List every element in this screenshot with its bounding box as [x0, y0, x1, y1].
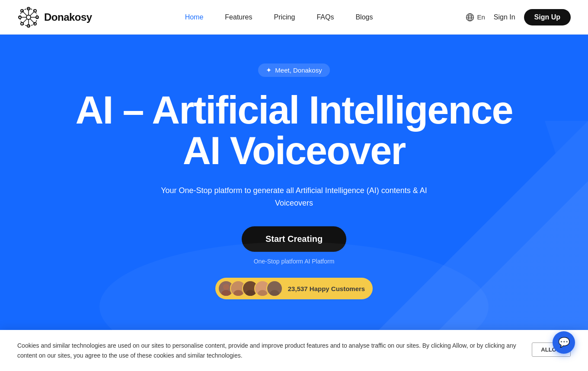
svg-point-32: [270, 290, 279, 297]
signin-button[interactable]: Sign In: [494, 13, 515, 21]
language-selector[interactable]: En: [466, 13, 485, 22]
nav-menu: Home Features Pricing FAQs Blogs: [185, 13, 373, 21]
cookie-banner: Cookies and similar technologies are use…: [0, 330, 588, 371]
hero-section: ✦ Meet, Donakosy AI – Artificial Intelli…: [0, 35, 588, 337]
nav-pricing[interactable]: Pricing: [274, 13, 295, 21]
customers-badge: 23,537 Happy Customers: [215, 278, 373, 299]
nav-home[interactable]: Home: [185, 13, 204, 21]
chat-bubble[interactable]: 💬: [553, 331, 575, 354]
start-creating-button[interactable]: Start Creating: [242, 226, 346, 252]
lang-label: En: [477, 13, 485, 21]
nav-right: En Sign In Sign Up: [466, 9, 571, 25]
svg-point-31: [272, 284, 278, 290]
sparkle-icon: ✦: [266, 66, 272, 74]
svg-line-15: [30, 12, 34, 16]
svg-point-25: [235, 284, 241, 290]
nav-faqs[interactable]: FAQs: [316, 13, 334, 21]
platform-label: One-Stop platform AI Platform: [254, 258, 335, 265]
nav-features[interactable]: Features: [225, 13, 252, 21]
customer-avatars: [218, 280, 283, 297]
logo-icon: [17, 6, 40, 29]
globe-icon: [466, 13, 474, 22]
nav-blogs[interactable]: Blogs: [355, 13, 373, 21]
svg-line-16: [23, 19, 27, 23]
svg-line-17: [30, 19, 34, 23]
navbar: Donakosy Home Features Pricing FAQs Blog…: [0, 0, 588, 35]
svg-point-27: [247, 284, 253, 290]
cookie-text: Cookies and similar technologies are use…: [17, 341, 519, 360]
customers-count: 23,537 Happy Customers: [288, 285, 365, 292]
svg-point-4: [19, 16, 21, 19]
logo[interactable]: Donakosy: [17, 6, 92, 29]
meet-badge: ✦ Meet, Donakosy: [258, 63, 329, 77]
chat-icon: 💬: [558, 337, 570, 348]
hero-title: AI – Artificial Intelligence AI Voiceove…: [76, 90, 513, 171]
signup-button[interactable]: Sign Up: [524, 9, 571, 25]
svg-point-28: [246, 290, 255, 297]
svg-line-14: [23, 12, 27, 16]
svg-point-29: [259, 284, 265, 290]
svg-point-30: [258, 290, 267, 297]
svg-point-26: [233, 290, 243, 297]
svg-point-24: [221, 290, 230, 297]
avatar: [254, 280, 271, 297]
avatar: [266, 280, 283, 297]
hero-title-line1: AI – Artificial Intelligence: [76, 89, 513, 132]
logo-text: Donakosy: [44, 11, 92, 23]
svg-point-0: [26, 15, 31, 19]
hero-subtitle: Your One-Stop platform to generate all A…: [143, 184, 445, 209]
svg-point-23: [223, 284, 229, 290]
avatar: [242, 280, 259, 297]
avatar: [230, 280, 246, 297]
meet-badge-text: Meet, Donakosy: [275, 67, 322, 74]
avatar: [218, 280, 234, 297]
hero-title-line2: AI Voiceover: [183, 129, 406, 172]
